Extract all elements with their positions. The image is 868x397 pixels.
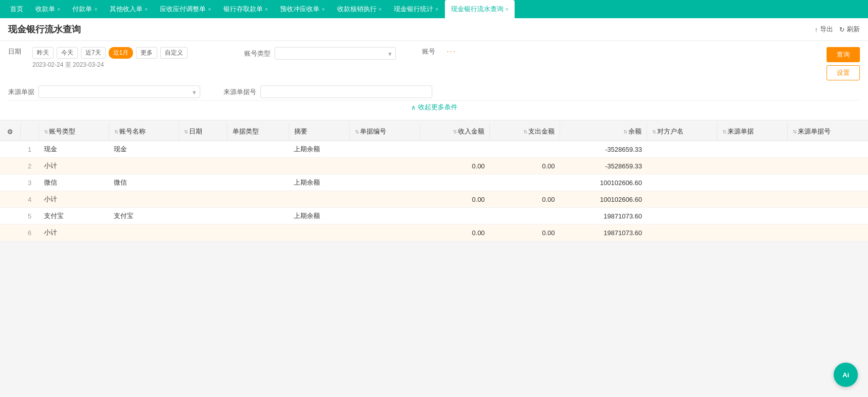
cell-doc-no (349, 191, 420, 208)
cell-expense: 0.00 (490, 191, 560, 208)
nav-collect[interactable]: 收款核销执行 × (331, 0, 388, 18)
cell-checkbox (0, 141, 21, 158)
date-range: 2023-02-24 至 2023-03-24 (32, 61, 104, 68)
cell-counterparty (647, 191, 717, 208)
col-counterparty[interactable]: ⇅对方户名 (647, 122, 717, 141)
close-payment-icon[interactable]: × (94, 6, 97, 12)
col-gear[interactable]: ⚙ (0, 122, 21, 141)
cell-income (420, 141, 490, 158)
date-yesterday[interactable]: 昨天 (32, 47, 54, 59)
export-button[interactable]: ↑ 导出 (815, 25, 834, 34)
cell-source-doc (717, 225, 788, 241)
col-account-type[interactable]: ⇅账号类型 (39, 122, 109, 141)
cell-income (420, 174, 490, 191)
cell-account-type: 现金 (39, 141, 109, 158)
cell-source-doc-no (787, 174, 868, 191)
page-header: 现金银行流水查询 ↑ 导出 ↻ 刷新 (0, 18, 868, 41)
date-7days[interactable]: 近7天 (81, 47, 106, 59)
col-balance[interactable]: ⇅余额 (560, 122, 647, 141)
cell-account-type: 微信 (39, 174, 109, 191)
cell-summary (289, 158, 349, 174)
cell-expense (490, 208, 560, 225)
source-doc-select[interactable] (38, 85, 200, 98)
account-dots-button[interactable]: ··· (446, 47, 456, 56)
account-type-label: 账号类型 (244, 49, 270, 58)
cell-date (179, 225, 227, 241)
close-other-income-icon[interactable]: × (145, 6, 148, 12)
cell-expense (490, 174, 560, 191)
cell-income: 0.00 (420, 158, 490, 174)
cell-date (179, 174, 227, 191)
account-type-select-wrapper (275, 47, 396, 60)
settings-button[interactable]: 设置 (827, 65, 860, 80)
nav-receipt[interactable]: 收款单 × (29, 0, 66, 18)
close-prepay-icon[interactable]: × (322, 6, 325, 12)
date-custom[interactable]: 自定义 (160, 47, 188, 59)
close-bank-deposit-icon[interactable]: × (265, 6, 268, 12)
account-label: 账号 (422, 47, 442, 56)
query-button[interactable]: 查询 (827, 47, 860, 62)
cell-source-doc (717, 208, 788, 225)
cell-doc-type (227, 174, 289, 191)
cell-counterparty (647, 225, 717, 241)
cell-doc-type (227, 158, 289, 174)
cell-account-name (109, 191, 179, 208)
account-type-select[interactable] (275, 47, 396, 60)
cell-doc-type (227, 141, 289, 158)
date-1month[interactable]: 近1月 (109, 47, 133, 59)
source-doc-no-input[interactable] (260, 85, 432, 98)
date-more[interactable]: 更多 (136, 47, 157, 59)
collapse-label: 收起更多条件 (418, 103, 458, 112)
cell-date (179, 141, 227, 158)
cell-checkbox (0, 225, 21, 241)
collapse-bar[interactable]: ∧ 收起更多条件 (8, 100, 860, 114)
nav-payment[interactable]: 付款单 × (66, 0, 103, 18)
table-container: ⚙ ⇅账号类型 ⇅账号名称 ⇅日期 单据类型 摘要 ⇅单据编号 ⇅收入金额 ⇅支… (0, 122, 868, 241)
nav-other-income[interactable]: 其他收入单 × (104, 0, 154, 18)
cell-rownum: 4 (21, 191, 39, 208)
source-doc-no-label: 来源单据号 (223, 87, 256, 97)
close-ar-adjust-icon[interactable]: × (208, 6, 211, 12)
cell-income (420, 208, 490, 225)
cell-doc-no (349, 158, 420, 174)
col-income[interactable]: ⇅收入金额 (420, 122, 490, 141)
table-header-row: ⚙ ⇅账号类型 ⇅账号名称 ⇅日期 单据类型 摘要 ⇅单据编号 ⇅收入金额 ⇅支… (0, 122, 868, 141)
nav-bank-deposit[interactable]: 银行存取款单 × (217, 0, 274, 18)
nav-home[interactable]: 首页 (4, 0, 29, 18)
cell-counterparty (647, 141, 717, 158)
header-actions: ↑ 导出 ↻ 刷新 (815, 25, 860, 34)
collapse-up-icon: ∧ (411, 104, 416, 111)
cell-doc-type (227, 208, 289, 225)
cell-doc-no (349, 174, 420, 191)
cell-income: 0.00 (420, 225, 490, 241)
nav-ar-adjust[interactable]: 应收应付调整单 × (154, 0, 217, 18)
cell-source-doc-no (787, 158, 868, 174)
refresh-button[interactable]: ↻ 刷新 (839, 25, 860, 34)
close-cashflow-icon[interactable]: × (506, 6, 509, 12)
close-receipt-icon[interactable]: × (57, 6, 60, 12)
col-source-doc[interactable]: ⇅来源单据 (717, 122, 788, 141)
col-expense[interactable]: ⇅支出金额 (490, 122, 560, 141)
date-options: 昨天 今天 近7天 近1月 更多 自定义 (32, 47, 188, 59)
nav-cashflow[interactable]: 现金银行流水查询 × (445, 0, 515, 18)
nav-stats[interactable]: 现金银行统计 × (388, 0, 444, 18)
gear-icon[interactable]: ⚙ (5, 126, 15, 137)
nav-prepay[interactable]: 预收冲应收单 × (274, 0, 331, 18)
cell-checkbox (0, 158, 21, 174)
col-doc-no[interactable]: ⇅单据编号 (349, 122, 420, 141)
close-stats-icon[interactable]: × (435, 6, 438, 12)
table-row: 1现金现金上期余额-3528659.33 (0, 141, 868, 158)
close-collect-icon[interactable]: × (379, 6, 382, 12)
table-row: 6小计0.000.0019871073.60 (0, 225, 868, 241)
cell-source-doc-no (787, 141, 868, 158)
date-label: 日期 (8, 47, 28, 56)
col-source-doc-no[interactable]: ⇅来源单据号 (787, 122, 868, 141)
cell-account-type: 支付宝 (39, 208, 109, 225)
col-date[interactable]: ⇅日期 (179, 122, 227, 141)
date-today[interactable]: 今天 (57, 47, 78, 59)
cell-counterparty (647, 208, 717, 225)
cell-date (179, 208, 227, 225)
cell-account-name: 微信 (109, 174, 179, 191)
cell-balance: 100102606.60 (560, 191, 647, 208)
col-account-name[interactable]: ⇅账号名称 (109, 122, 179, 141)
